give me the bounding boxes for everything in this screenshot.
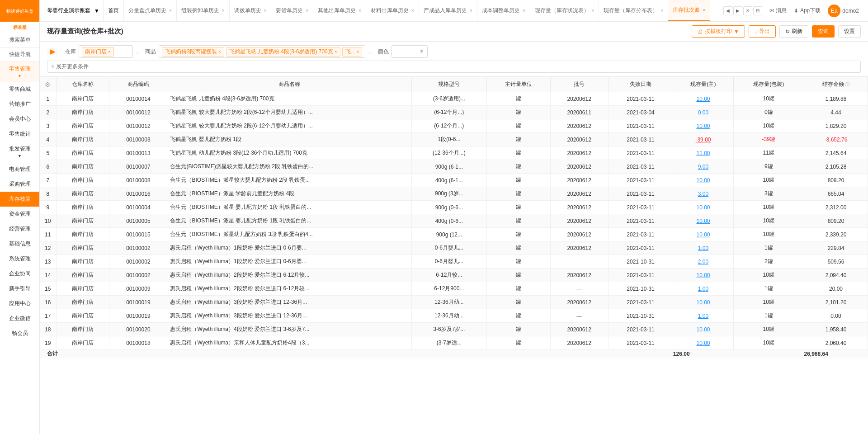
sidebar-item-marketing[interactable]: 营销推广 <box>0 97 39 112</box>
tag-close-icon[interactable]: × <box>218 49 221 54</box>
sidebar-item-procurement[interactable]: 采购管理 <box>0 177 39 192</box>
template-print-btn[interactable]: 🖨 按模板打印 ▼ <box>692 25 745 38</box>
row-qty-main[interactable]: 2.00 <box>673 255 733 269</box>
row-qty-main[interactable]: 10.00 <box>673 174 733 187</box>
row-qty-main[interactable]: 9.00 <box>673 160 733 174</box>
table-settings-icon[interactable]: ⚙ <box>45 81 51 88</box>
tab-cost-adjust[interactable]: 成本调整单历史 × <box>477 0 530 21</box>
filter-nav-arrow[interactable]: ▶ <box>47 48 58 55</box>
tab-split-history[interactable]: 分量盘点单历史 × <box>124 0 177 21</box>
tab-close-icon[interactable]: × <box>306 8 308 13</box>
tab-material-out[interactable]: 材料出库单历史 × <box>366 0 419 21</box>
app-download-btn[interactable]: ⬇ App下载 <box>794 7 821 14</box>
row-qty-main[interactable]: 0.00 <box>673 106 733 119</box>
product-tag-1[interactable]: 飞鹤奶粉3段丙罐摆装 × <box>162 47 224 57</box>
row-qty-main[interactable]: 1.00 <box>673 282 733 296</box>
row-qty-main[interactable]: 10.00 <box>673 119 733 133</box>
tab-inventory-dist[interactable]: 现存量（库存分布表） × <box>599 0 668 21</box>
tab-nav-right-btn[interactable]: ▶ <box>733 6 742 15</box>
amount-info-icon[interactable]: ⓘ <box>845 82 849 87</box>
company-selector[interactable]: 母婴行业演示账套 ▼ <box>43 0 104 21</box>
tab-close-icon[interactable]: × <box>592 8 594 13</box>
row-qty-main[interactable]: 1.00 <box>673 241 733 255</box>
sidebar-item-finance[interactable]: 资金管理 <box>0 207 39 222</box>
sidebar-item-member[interactable]: 会员中心 <box>0 112 39 127</box>
row-no: 10 <box>40 214 56 228</box>
product-tags[interactable]: 飞鹤奶粉3段丙罐摆装 × 飞鹤星飞帆 儿童奶粉 4段(3-6岁适用) 700克 … <box>159 45 365 58</box>
sidebar-item-vip[interactable]: 畅会员 <box>0 326 39 341</box>
row-expire: 2021-03-11 <box>608 323 673 336</box>
query-btn[interactable]: 查询 <box>812 25 835 38</box>
row-amount: 2,060.40 <box>804 336 868 350</box>
sidebar-item-enterprise-wechat[interactable]: 企业微信 <box>0 311 39 326</box>
sidebar-item-inventory[interactable]: 库存核算 <box>0 192 39 207</box>
row-qty-main[interactable]: 10.00 <box>673 201 733 214</box>
row-qty-pkg: -39罐 <box>733 133 804 146</box>
row-qty-main[interactable]: 10.00 <box>673 92 733 106</box>
row-qty-main[interactable]: 10.00 <box>673 269 733 282</box>
row-qty-main[interactable]: 11.00 <box>673 146 733 160</box>
row-qty-main[interactable]: 3.00 <box>673 187 733 201</box>
table-row: 4 南岸门店 00100003 飞鹤星飞帆 婴儿配方奶粉 1段 1段(0-6..… <box>40 133 868 146</box>
tab-nav-left-btn[interactable]: ◀ <box>723 6 732 15</box>
tab-close-icon[interactable]: × <box>169 8 172 13</box>
tab-home[interactable]: 首页 <box>104 0 124 21</box>
sidebar-item-wholesale[interactable]: 批发管理 ▼ <box>0 142 39 162</box>
row-qty-main[interactable]: 10.00 <box>673 323 733 336</box>
row-qty-main[interactable]: 10.00 <box>673 214 733 228</box>
user-profile-btn[interactable]: Ea demo2 <box>828 5 859 17</box>
refresh-btn[interactable]: ↻ 刷新 <box>779 25 808 38</box>
sidebar-item-app-center[interactable]: 应用中心 <box>0 296 39 311</box>
tag-close-icon[interactable]: × <box>357 49 359 54</box>
color-input[interactable]: ▼ <box>392 45 428 58</box>
tag-close-icon[interactable]: × <box>335 49 337 54</box>
row-qty-main[interactable]: -39.00 <box>673 133 733 146</box>
row-qty-main[interactable]: 10.00 <box>673 336 733 350</box>
row-qty-main[interactable]: 10.00 <box>673 296 733 309</box>
row-no: 13 <box>40 255 56 269</box>
product-tag-2[interactable]: 飞鹤星飞帆 儿童奶粉 4段(3-6岁适用) 700克 × <box>226 47 340 57</box>
product-tag-3[interactable]: 飞... × <box>342 47 363 57</box>
tab-borrow-history[interactable]: 要货单历史 × <box>271 0 313 21</box>
search-menu[interactable]: 搜索菜单 <box>0 33 39 48</box>
sidebar-item-new-guide[interactable]: 新手引导 <box>0 281 39 296</box>
col-settings[interactable]: ⚙ <box>40 77 56 92</box>
tab-close-others-btn[interactable]: ⊟ <box>753 6 762 15</box>
row-qty-main[interactable]: 1.00 <box>673 309 733 323</box>
tab-other-out[interactable]: 其他出库单历史 × <box>313 0 366 21</box>
row-expire: 2021-03-11 <box>608 214 673 228</box>
tab-inventory-status[interactable]: 现存量（库存状况表） × <box>530 0 599 21</box>
tab-close-icon[interactable]: × <box>660 8 663 13</box>
expand-more-btn[interactable]: ≡ 展开更多条件 <box>47 61 861 73</box>
sidebar-item-retail[interactable]: 零售管理 ▼ <box>0 61 39 82</box>
message-btn[interactable]: ✉ 消息 <box>769 7 787 14</box>
tab-close-icon[interactable]: × <box>359 8 361 13</box>
row-no: 8 <box>40 187 56 201</box>
tab-product-in[interactable]: 产成品入库单历史 × <box>419 0 477 21</box>
tag-close-icon[interactable]: × <box>108 49 111 54</box>
tab-close-current-btn[interactable]: ✕ <box>743 6 752 15</box>
sidebar-item-retail-mall[interactable]: 零售商城 <box>0 82 39 97</box>
tab-close-icon[interactable]: × <box>411 8 414 13</box>
tab-close-icon[interactable]: × <box>264 8 267 13</box>
export-btn[interactable]: ↓ 导出 <box>749 25 776 38</box>
tab-close-icon[interactable]: × <box>222 8 225 13</box>
sidebar-item-retail-stats[interactable]: 零售统计 <box>0 127 39 142</box>
warehouse-tag[interactable]: 南岸门店 × <box>82 47 114 57</box>
sidebar-item-enterprise[interactable]: 企业协同 <box>0 266 39 281</box>
table-row: 14 南岸门店 00100002 惠氏启程（Wyeth illuma）2段奶粉 … <box>40 269 868 282</box>
sidebar-item-system[interactable]: 系统管理 <box>0 251 39 266</box>
settings-btn[interactable]: 设置 <box>838 25 861 38</box>
tab-inquiry-history[interactable]: 调拨单历史 × <box>230 0 272 21</box>
tab-disassemble-history[interactable]: 组装拆卸单历史 × <box>177 0 230 21</box>
sidebar-item-basics[interactable]: 基础信息 <box>0 236 39 251</box>
quick-nav[interactable]: 快捷导航 <box>0 48 39 61</box>
tab-close-icon[interactable]: × <box>523 8 525 13</box>
sidebar-item-operations[interactable]: 经营管理 <box>0 222 39 236</box>
row-qty-main[interactable]: 10.00 <box>673 228 733 241</box>
tab-batch-order[interactable]: 库存批次账 × <box>668 0 710 21</box>
tab-close-icon[interactable]: × <box>703 8 705 13</box>
warehouse-tags[interactable]: 南岸门店 × <box>79 45 133 58</box>
tab-close-icon[interactable]: × <box>470 8 472 13</box>
sidebar-item-ecommerce[interactable]: 电商管理 <box>0 162 39 177</box>
